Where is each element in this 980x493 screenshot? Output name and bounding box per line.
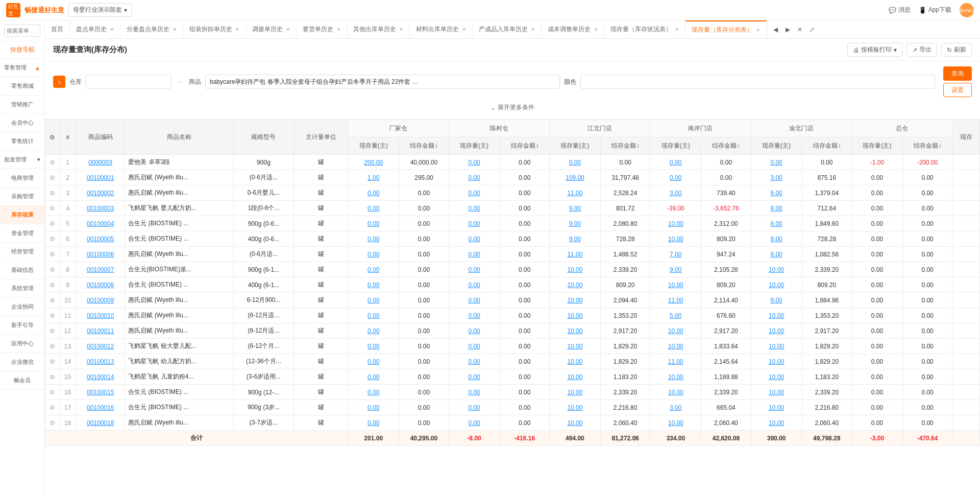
warehouse-input[interactable]: [86, 75, 172, 89]
cell-gear[interactable]: ⚙: [45, 369, 60, 385]
row-gear-icon[interactable]: ⚙: [50, 404, 55, 411]
tab-close-requisition[interactable]: ✕: [336, 27, 340, 32]
sidebar-item-newbie[interactable]: 新手引导: [0, 316, 44, 335]
info-icon-chenjia[interactable]: ℹ: [536, 143, 538, 149]
row-gear-icon[interactable]: ⚙: [50, 389, 55, 396]
tab-home[interactable]: 首页: [45, 20, 70, 39]
sidebar-item-retail-mgmt[interactable]: 零售管理▲: [0, 59, 44, 77]
gear-settings-icon[interactable]: ⚙: [50, 134, 55, 141]
tab-close-material-out[interactable]: ✕: [462, 27, 466, 32]
row-gear-icon[interactable]: ⚙: [50, 174, 55, 181]
tab-close-all[interactable]: ✕: [794, 24, 806, 36]
cell-gear[interactable]: ⚙: [45, 354, 60, 369]
tab-scroll-right[interactable]: ▶: [781, 24, 794, 36]
sidebar-item-app-center[interactable]: 应用中心: [0, 335, 44, 353]
sidebar-item-ecommerce[interactable]: 电商管理: [0, 169, 44, 187]
tab-close-product-in[interactable]: ✕: [531, 27, 535, 32]
row-gear-icon[interactable]: ⚙: [50, 358, 55, 365]
filter-toggle-btn[interactable]: ›: [53, 76, 65, 88]
cell-gear[interactable]: ⚙: [45, 247, 60, 262]
info-icon-total[interactable]: ℹ: [939, 143, 941, 149]
cell-gear[interactable]: ⚙: [45, 155, 60, 170]
row-gear-icon[interactable]: ⚙: [50, 281, 55, 289]
tab-close-stock-dist[interactable]: ✕: [756, 27, 760, 33]
row-gear-icon[interactable]: ⚙: [50, 159, 55, 166]
cell-gear[interactable]: ⚙: [45, 339, 60, 354]
tab-close-inventory-sub[interactable]: ✕: [173, 27, 177, 32]
cell-gear[interactable]: ⚙: [45, 231, 60, 247]
sidebar-item-member[interactable]: 会员中心: [0, 114, 44, 132]
sidebar-item-enterprise[interactable]: 企业协同: [0, 298, 44, 316]
warehouse-dots-btn[interactable]: ···: [176, 78, 185, 85]
tab-close-stock-status[interactable]: ✕: [675, 27, 679, 32]
cell-gear[interactable]: ⚙: [45, 385, 60, 400]
tab-close-inventory-single[interactable]: ✕: [110, 27, 114, 32]
tab-close-other-out[interactable]: ✕: [399, 27, 403, 32]
sidebar-item-inventory[interactable]: 库存核算: [0, 206, 44, 224]
refresh-btn[interactable]: ↻ 刷新: [941, 43, 972, 57]
cell-gear[interactable]: ⚙: [45, 170, 60, 185]
tab-close-cost-adjust[interactable]: ✕: [594, 27, 598, 32]
tab-stock-dist[interactable]: 现存量（库存分布表）✕: [685, 20, 767, 39]
tab-disassembly[interactable]: 组装拆卸单历史✕: [183, 20, 246, 39]
row-gear-icon[interactable]: ⚙: [50, 251, 55, 258]
sidebar-item-basic-info[interactable]: 基础信息: [0, 261, 44, 279]
row-gear-icon[interactable]: ⚙: [50, 327, 55, 335]
cell-gear[interactable]: ⚙: [45, 216, 60, 231]
cell-gear[interactable]: ⚙: [45, 201, 60, 216]
row-gear-icon[interactable]: ⚙: [50, 236, 55, 243]
tab-expand[interactable]: ⤢: [806, 24, 818, 36]
row-gear-icon[interactable]: ⚙: [50, 419, 55, 427]
sidebar-item-member2[interactable]: 畅会员: [0, 371, 44, 390]
row-gear-icon[interactable]: ⚙: [50, 220, 55, 227]
row-gear-icon[interactable]: ⚙: [50, 205, 55, 212]
messages-btn[interactable]: 💬 消息: [889, 6, 911, 14]
info-icon-yubei[interactable]: ℹ: [839, 143, 841, 149]
tab-inventory-single[interactable]: 盘点单历史✕: [70, 20, 120, 39]
export-btn[interactable]: ↗ 导出: [906, 43, 937, 57]
tab-close-transfer[interactable]: ✕: [286, 27, 290, 32]
search-input[interactable]: [4, 25, 40, 37]
sidebar-item-operations[interactable]: 经营管理: [0, 243, 44, 261]
tab-close-disassembly[interactable]: ✕: [235, 27, 239, 32]
row-gear-icon[interactable]: ⚙: [50, 266, 55, 273]
cell-gear[interactable]: ⚙: [45, 308, 60, 323]
sidebar-item-retail-stats[interactable]: 零售统计: [0, 132, 44, 151]
tab-inventory-sub[interactable]: 分量盘点单历史✕: [120, 20, 183, 39]
tab-requisition[interactable]: 要货单历史✕: [297, 20, 347, 39]
cell-gear[interactable]: ⚙: [45, 262, 60, 277]
info-icon-jiangbei[interactable]: ℹ: [637, 143, 639, 149]
tab-cost-adjust[interactable]: 成本调整单历史✕: [542, 20, 604, 39]
cell-gear[interactable]: ⚙: [45, 400, 60, 415]
print-btn[interactable]: 🖨 按模板打印 ▾: [847, 43, 902, 57]
th-gear[interactable]: ⚙: [45, 120, 60, 155]
sidebar-item-nav[interactable]: 快捷导航: [0, 41, 44, 59]
goods-input[interactable]: [205, 75, 560, 89]
cell-gear[interactable]: ⚙: [45, 277, 60, 293]
row-gear-icon[interactable]: ⚙: [50, 297, 55, 304]
row-gear-icon[interactable]: ⚙: [50, 190, 55, 197]
info-icon-factory[interactable]: ℹ: [435, 143, 437, 149]
tab-stock-status[interactable]: 现存量（库存状况表）✕: [604, 20, 685, 39]
sidebar-item-purchase[interactable]: 采购管理: [0, 187, 44, 206]
tab-scroll-left[interactable]: ◀: [769, 24, 781, 36]
color-input[interactable]: [580, 75, 935, 89]
sidebar-item-wholesale[interactable]: 批发管理▾: [0, 151, 44, 169]
company-selector[interactable]: 母婴行业演示陈套 ▾: [68, 3, 132, 17]
cell-gear[interactable]: ⚙: [45, 415, 60, 431]
sidebar-item-system[interactable]: 系统管理: [0, 279, 44, 298]
sidebar-item-marketing[interactable]: 营销推广: [0, 96, 44, 114]
tab-product-in[interactable]: 产成品入库单历史✕: [473, 20, 542, 39]
sidebar-item-wechat[interactable]: 企业微信: [0, 353, 44, 371]
sidebar-item-retail-mall[interactable]: 零售商城: [0, 77, 44, 96]
user-area[interactable]: demo2: [960, 3, 974, 17]
row-gear-icon[interactable]: ⚙: [50, 343, 55, 350]
tab-transfer[interactable]: 调拨单历史✕: [246, 20, 297, 39]
cell-gear[interactable]: ⚙: [45, 185, 60, 201]
info-icon-nanan[interactable]: ℹ: [738, 143, 740, 149]
tab-material-out[interactable]: 材料出库单历史✕: [410, 20, 473, 39]
expand-conditions-btn[interactable]: ⌄ 展开更多条件: [486, 101, 538, 114]
setting-btn[interactable]: 设置: [943, 83, 972, 97]
row-gear-icon[interactable]: ⚙: [50, 373, 55, 381]
app-download-btn[interactable]: 📱 App下载: [919, 6, 951, 14]
